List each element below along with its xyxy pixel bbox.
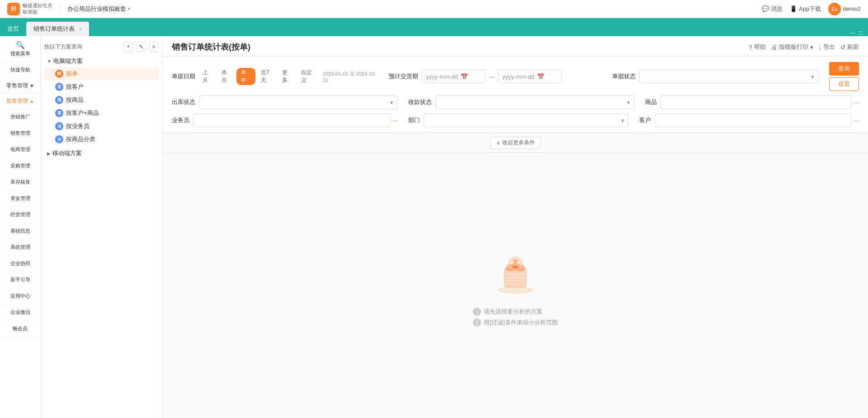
sidebar-item-quicknav[interactable]: 快捷导航 xyxy=(0,62,40,78)
delivery-date-start[interactable]: yyyy-mm-dd 📅 xyxy=(422,70,485,83)
scheme-by-customer[interactable]: 客 按客户 xyxy=(44,81,159,93)
tab-sales-order[interactable]: 销售订单统计表 × xyxy=(26,22,89,36)
tab-bar: 首页 销售订单统计表 × — □ xyxy=(0,18,868,36)
tab-home[interactable]: 首页 xyxy=(0,22,26,36)
calendar-end-icon: 📅 xyxy=(537,73,544,80)
customer-select[interactable] xyxy=(655,114,852,127)
delivery-date-end[interactable]: yyyy-mm-dd 📅 xyxy=(498,70,561,83)
left-panel-header: 按以下方案查询 + ✎ « xyxy=(44,42,159,52)
scheme-by-category[interactable]: 分 按商品分类 xyxy=(44,133,159,146)
date-tab-this-month[interactable]: 本月 xyxy=(218,68,235,85)
svg-rect-7 xyxy=(513,266,518,269)
sidebar-item-purchase[interactable]: 采购管理 xyxy=(0,158,40,174)
collapse-more-btn[interactable]: ∧ 收起更多条件 xyxy=(491,137,541,149)
salesperson-select[interactable] xyxy=(193,114,391,127)
search-button[interactable]: 查询 xyxy=(829,62,859,76)
pc-schemes-parent[interactable]: ▼ 电脑端方案 xyxy=(44,55,159,67)
search-icon: 🔍 xyxy=(4,41,37,49)
date-tab-custom[interactable]: 自定义 xyxy=(297,68,319,85)
goods-more-btn[interactable]: ··· xyxy=(854,99,859,106)
scheme-by-salesperson[interactable]: 业 按业务员 xyxy=(44,120,159,133)
date-tab-last-month[interactable]: 上月 xyxy=(199,68,216,85)
empty-state: 1 请先选择要分析的方案 2 用[过滤]条件来缩小分析范围 xyxy=(163,153,868,418)
add-scheme-btn[interactable]: + xyxy=(123,42,133,52)
svg-point-6 xyxy=(517,261,520,264)
scheme-by-order[interactable]: 按 按单 xyxy=(44,67,159,80)
sidebar-item-marketing[interactable]: 营销推广 xyxy=(0,109,40,125)
customer-label: 客户 xyxy=(639,116,651,124)
message-btn[interactable]: 💬 消息 xyxy=(762,5,783,13)
export-btn[interactable]: ↓ 导出 xyxy=(819,43,835,51)
collapse-panel-btn[interactable]: « xyxy=(149,42,159,52)
right-panel: 销售订单统计表(按单) ? 帮助 🖨 按模板打印 ▾ ↓ 导出 xyxy=(163,36,868,418)
sidebar-item-system[interactable]: 系统管理 xyxy=(0,239,40,256)
sidebar-item-operations[interactable]: 经营管理 xyxy=(0,207,40,223)
breadcrumb-dropdown-icon[interactable]: ▾ xyxy=(128,6,131,12)
date-tab-this-year[interactable]: 本年 xyxy=(236,68,255,85)
sidebar-item-appcenter[interactable]: 应用中心 xyxy=(0,288,40,304)
department-select[interactable]: ▾ xyxy=(424,114,628,127)
print-dropdown-icon: ▾ xyxy=(810,44,813,51)
salesperson-label: 业务员 xyxy=(172,116,189,124)
date-tab-more[interactable]: 更多 xyxy=(278,68,296,85)
refresh-btn[interactable]: ↺ 刷新 xyxy=(840,43,859,51)
mobile-schemes-section: ▶ 移动端方案 xyxy=(44,147,159,159)
top-bar: 好 畅捷通好生意 标准版 办公用品行业模拟账套 ▾ 💬 消息 📱 App下载 E… xyxy=(0,0,868,18)
payment-status-select[interactable]: ▾ xyxy=(435,95,634,109)
sidebar-item-inventory[interactable]: 库存核算 xyxy=(0,174,40,190)
export-icon: ↓ xyxy=(819,44,822,51)
page-header: 销售订单统计表(按单) ? 帮助 🖨 按模板打印 ▾ ↓ 导出 xyxy=(163,36,868,57)
customer-more-btn[interactable]: ··· xyxy=(854,117,859,124)
sidebar-item-member[interactable]: 畅会员 xyxy=(0,321,40,337)
date-filter-group: 上月 本月 本年 近7天 更多 自定义 2023-01-01 至 2023-12… xyxy=(199,68,378,85)
salesperson-group: ··· xyxy=(193,114,397,127)
scheme-by-goods-icon: 商 xyxy=(55,96,63,104)
template-print-btn[interactable]: 🖨 按模板打印 ▾ xyxy=(771,43,813,51)
breadcrumb: 办公用品行业模拟账套 ▾ xyxy=(67,5,131,13)
scheme-by-cg-icon: 客 xyxy=(55,109,63,117)
sidebar-item-wechat[interactable]: 企业微信 xyxy=(0,304,40,321)
sidebar-item-basic[interactable]: 基础信息 xyxy=(0,223,40,239)
delivery-status-label: 出库状态 xyxy=(172,98,195,106)
sidebar-item-ecommerce[interactable]: 电商管理 xyxy=(0,142,40,158)
logo-text: 畅捷通好生意 标准版 xyxy=(23,3,52,14)
sidebar-item-wholesale[interactable]: 批发管理 ▲ xyxy=(0,94,40,109)
main-layout: 🔍 搜索菜单 快捷导航 零售管理 ▼ 批发管理 ▲ 营销推广 销售管理 电商管理… xyxy=(0,36,868,418)
sidebar-item-sales[interactable]: 销售管理 xyxy=(0,125,40,142)
pc-schemes-arrow-icon: ▼ xyxy=(47,59,52,64)
sidebar-item-guide[interactable]: 新手引导 xyxy=(0,272,40,288)
app-download-btn[interactable]: 📱 App下载 xyxy=(790,5,821,13)
bill-status-dropdown-icon: ▾ xyxy=(811,73,814,80)
help-btn[interactable]: ? 帮助 xyxy=(749,43,765,51)
customer-group: ··· xyxy=(655,114,859,127)
window-maximize-btn[interactable]: □ xyxy=(859,29,863,36)
department-dropdown-icon: ▾ xyxy=(621,117,624,124)
action-buttons: 查询 设置 xyxy=(829,62,859,91)
scheme-by-goods[interactable]: 商 按商品 xyxy=(44,94,159,106)
window-minimize-btn[interactable]: — xyxy=(849,29,855,36)
delivery-status-select[interactable]: ▾ xyxy=(199,95,397,109)
date-tab-7days[interactable]: 近7天 xyxy=(257,68,277,85)
logo-icon: 好 xyxy=(7,3,20,15)
sidebar-item-retail[interactable]: 零售管理 ▼ xyxy=(0,78,40,94)
bill-status-select[interactable]: ▾ xyxy=(639,70,818,83)
message-icon: 💬 xyxy=(762,5,769,12)
collapse-row: ∧ 收起更多条件 xyxy=(163,133,868,153)
sidebar-item-search[interactable]: 🔍 搜索菜单 xyxy=(0,36,40,62)
tip-num-1: 1 xyxy=(473,308,481,316)
goods-select[interactable] xyxy=(660,95,852,109)
retail-arrow-icon: ▼ xyxy=(30,83,34,88)
setting-button[interactable]: 设置 xyxy=(829,77,859,91)
empty-tip-2: 2 用[过滤]条件来缩小分析范围 xyxy=(473,318,557,327)
mobile-schemes-parent[interactable]: ▶ 移动端方案 xyxy=(44,147,159,159)
avatar: Ea xyxy=(828,3,841,15)
scheme-by-sp-icon: 业 xyxy=(55,122,63,130)
sidebar-item-collab[interactable]: 企业协同 xyxy=(0,256,40,272)
tab-close-btn[interactable]: × xyxy=(79,26,82,32)
user-menu[interactable]: Ea demo2 xyxy=(828,3,861,15)
salesperson-more-btn[interactable]: ··· xyxy=(392,117,398,124)
scheme-by-order-icon: 按 xyxy=(55,70,63,78)
edit-scheme-btn[interactable]: ✎ xyxy=(136,42,146,52)
sidebar-item-finance[interactable]: 资金管理 xyxy=(0,190,40,207)
scheme-by-customer-goods[interactable]: 客 按客户+商品 xyxy=(44,107,159,119)
